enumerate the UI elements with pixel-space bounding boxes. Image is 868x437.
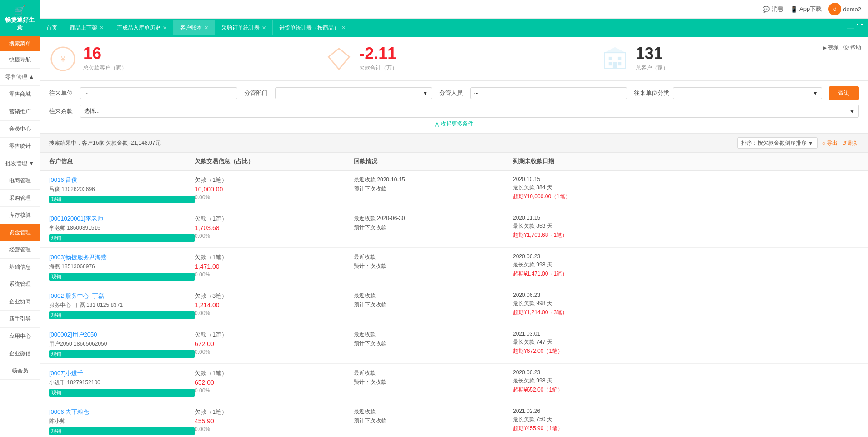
search-button[interactable]: 查询 bbox=[829, 86, 859, 100]
sidebar-item-wechat[interactable]: 企业微信 bbox=[0, 345, 40, 362]
stat-label-debt-total: 欠款合计（万） bbox=[359, 64, 397, 72]
col-header-repay: 回款情况 bbox=[354, 157, 513, 166]
overdue-link-4[interactable]: 超期¥672.00（1笔） bbox=[513, 347, 859, 355]
sidebar-item-marketing[interactable]: 营销推广 bbox=[0, 103, 40, 121]
stat-content-debt-total: -2.11 欠款合计（万） bbox=[359, 45, 397, 72]
stat-content-debt-customers: 16 总欠款客户（家） bbox=[83, 45, 127, 72]
debt-amount-0[interactable]: 10,000.00 bbox=[195, 186, 354, 193]
category-chevron-icon: ▼ bbox=[813, 90, 818, 96]
debt-info-0: 欠款（1笔） 10,000.00 0.00% bbox=[195, 176, 354, 201]
video-btn[interactable]: ▶ 视频 bbox=[823, 44, 839, 51]
debt-count-0: 欠款（1笔） bbox=[195, 176, 354, 184]
sidebar-item-retail-mall[interactable]: 零售商城 bbox=[0, 86, 40, 103]
tab-purchase-order-stats-close[interactable]: ✕ bbox=[262, 25, 266, 31]
search-menu-item[interactable]: 搜索菜单 bbox=[0, 36, 40, 51]
filter-dept-select[interactable]: ▼ bbox=[275, 87, 432, 99]
debt-percent-4: 0.00% bbox=[195, 349, 354, 355]
sidebar-item-base-info[interactable]: 基础信息 bbox=[0, 259, 40, 276]
debt-amount-1[interactable]: 1,703.68 bbox=[195, 224, 354, 231]
minimize-icon[interactable]: — bbox=[847, 24, 854, 32]
export-button[interactable]: ○ 导出 bbox=[822, 139, 838, 147]
avatar-icon: d bbox=[828, 3, 841, 15]
tab-purchase-order-stats-label: 采购订单统计表 bbox=[221, 24, 260, 32]
tab-home[interactable]: 首页 bbox=[40, 20, 64, 35]
tab-product-listing-close[interactable]: ✕ bbox=[100, 25, 104, 31]
message-icon: 💬 bbox=[763, 6, 770, 13]
sidebar-item-apps[interactable]: 应用中心 bbox=[0, 328, 40, 345]
table-header: 客户信息 欠款交易信息（占比） 回款情况 到期未收款日期 bbox=[40, 153, 868, 171]
overdue-link-5[interactable]: 超期¥652.00（1笔） bbox=[513, 386, 859, 394]
repay-info-6: 最近收款 预计下次收款 bbox=[354, 408, 513, 425]
sidebar-item-wholesale[interactable]: 批发管理 ▼ bbox=[0, 155, 40, 172]
maximize-icon[interactable]: ⛶ bbox=[856, 24, 863, 32]
collapse-button[interactable]: ⋀ 收起更多条件 bbox=[435, 120, 473, 128]
recent-repay-4: 最近收款 bbox=[354, 331, 513, 338]
overdue-link-6[interactable]: 超期¥455.90（1笔） bbox=[513, 425, 859, 432]
debt-amount-3[interactable]: 1,214.00 bbox=[195, 301, 354, 309]
sidebar-item-purchase[interactable]: 采购管理 bbox=[0, 190, 40, 207]
sidebar-item-collab[interactable]: 企业协同 bbox=[0, 293, 40, 311]
customer-name-5[interactable]: [0007]小进千 bbox=[49, 369, 195, 377]
sidebar: 🛒 畅捷通好生意 搜索菜单 快捷导航 零售管理 ▲ 零售商城 营销推广 会员中心… bbox=[0, 0, 40, 437]
sidebar-item-system[interactable]: 系统管理 bbox=[0, 276, 40, 293]
sidebar-item-inventory[interactable]: 库存核算 bbox=[0, 207, 40, 224]
customer-tag-2: 现销 bbox=[49, 273, 195, 281]
customer-name-2[interactable]: [0003]畅捷服务尹海燕 bbox=[49, 253, 195, 261]
refresh-button[interactable]: ↺ 刷新 bbox=[842, 139, 859, 147]
debt-percent-5: 0.00% bbox=[195, 387, 354, 394]
sort-select[interactable]: 排序：按欠款金额倒序排序 ▼ bbox=[737, 137, 818, 149]
customer-tag-4: 现销 bbox=[49, 350, 195, 358]
sidebar-item-quicknav[interactable]: 快捷导航 bbox=[0, 51, 40, 69]
customer-phone-1: 李老师 18600391516 bbox=[49, 224, 195, 232]
debt-amount-4[interactable]: 672.00 bbox=[195, 340, 354, 347]
sidebar-item-finance[interactable]: 资金管理 bbox=[0, 224, 40, 241]
user-avatar[interactable]: d demo2 bbox=[828, 3, 861, 15]
tab-customer-ledger[interactable]: 客户账本 ✕ bbox=[174, 20, 215, 35]
sidebar-item-retail-stats[interactable]: 零售统计 bbox=[0, 138, 40, 155]
customer-name-0[interactable]: [0016]吕俊 bbox=[49, 176, 195, 184]
tab-stock-history[interactable]: 产成品入库单历史 ✕ bbox=[110, 20, 174, 35]
tab-purchase-order-stats[interactable]: 采购订单统计表 ✕ bbox=[215, 20, 273, 35]
tab-purchase-stats-product-close[interactable]: ✕ bbox=[341, 25, 346, 31]
customer-name-4[interactable]: [000002]用户2050 bbox=[49, 331, 195, 339]
tab-stock-history-close[interactable]: ✕ bbox=[163, 25, 167, 31]
overdue-link-3[interactable]: 超期¥1,214.00（3笔） bbox=[513, 309, 859, 316]
svg-rect-7 bbox=[618, 62, 621, 65]
max-overdue-2: 最长欠款 998 天 bbox=[513, 261, 859, 269]
sidebar-item-ecommerce[interactable]: 电商管理 bbox=[0, 172, 40, 190]
topbar: 💬 消息 📱 App下载 d demo2 bbox=[40, 0, 868, 19]
repay-info-3: 最近收款 预计下次收款 bbox=[354, 292, 513, 309]
debt-amount-6[interactable]: 455.90 bbox=[195, 417, 354, 425]
customer-name-6[interactable]: [0006]去下粮仓 bbox=[49, 408, 195, 416]
filter-person-dots: ··· bbox=[474, 90, 479, 96]
customer-name-1[interactable]: [0001020001]李老师 bbox=[49, 215, 195, 223]
filter-balance-label: 往来余款 bbox=[49, 107, 76, 116]
debt-amount-5[interactable]: 652.00 bbox=[195, 379, 354, 386]
sidebar-item-retail-mgmt[interactable]: 零售管理 ▲ bbox=[0, 69, 40, 86]
stat-icon-diamond bbox=[325, 45, 352, 72]
tab-purchase-stats-product[interactable]: 进货单统计表（按商品） ✕ bbox=[273, 20, 352, 35]
sidebar-item-operations[interactable]: 经营管理 bbox=[0, 241, 40, 259]
filter-balance-select[interactable]: 选择... ▼ bbox=[80, 105, 859, 118]
overdue-link-0[interactable]: 超期¥10,000.00（1笔） bbox=[513, 193, 859, 201]
overdue-link-1[interactable]: 超期¥1,703.68（1笔） bbox=[513, 231, 859, 239]
app-download-btn[interactable]: 📱 App下载 bbox=[790, 5, 822, 13]
filter-category-select[interactable]: ▼ bbox=[673, 87, 822, 99]
customer-name-3[interactable]: [0002]服务中心_丁磊 bbox=[49, 292, 195, 300]
sidebar-item-member[interactable]: 会员中心 bbox=[0, 121, 40, 138]
filter-vendor-input[interactable]: ··· bbox=[80, 87, 237, 99]
sidebar-item-vip[interactable]: 畅会员 bbox=[0, 362, 40, 380]
sidebar-item-guide[interactable]: 新手引导 bbox=[0, 311, 40, 328]
overdue-link-2[interactable]: 超期¥1,471.00（1笔） bbox=[513, 270, 859, 278]
max-overdue-3: 最长欠款 998 天 bbox=[513, 300, 859, 307]
filter-person-input[interactable]: ··· bbox=[470, 87, 627, 99]
tab-product-listing[interactable]: 商品上下架 ✕ bbox=[64, 20, 110, 35]
due-date-5: 2020.06.23 bbox=[513, 369, 859, 376]
debt-amount-2[interactable]: 1,471.00 bbox=[195, 263, 354, 270]
tab-customer-ledger-close[interactable]: ✕ bbox=[204, 25, 208, 31]
recent-repay-5: 最近收款 bbox=[354, 369, 513, 377]
help-btn[interactable]: ⓪ 帮助 bbox=[843, 44, 861, 51]
message-btn[interactable]: 💬 消息 bbox=[763, 5, 783, 13]
filter-row-1: 往来单位 ··· 分管部门 ▼ 分管人员 ··· 往来单位分类 bbox=[49, 86, 859, 100]
balance-chevron-icon: ▼ bbox=[849, 108, 855, 115]
